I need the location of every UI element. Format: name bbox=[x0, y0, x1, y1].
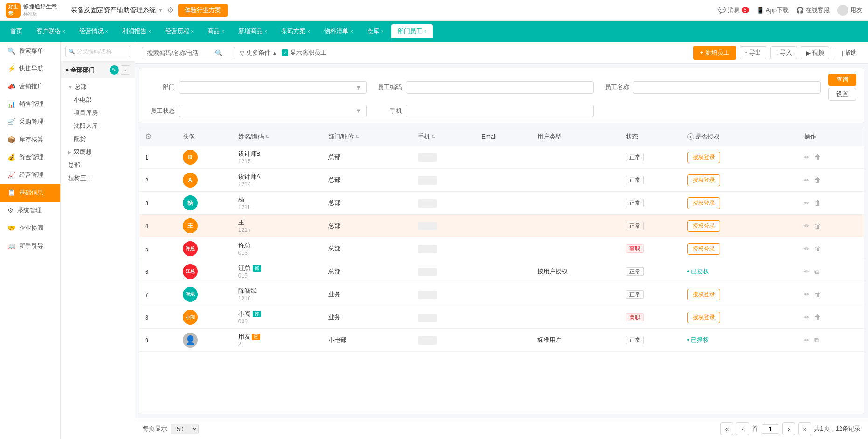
delete-icon[interactable]: 🗑 bbox=[814, 153, 821, 161]
dept-all-header[interactable]: ● 全部部门 ✎ « bbox=[61, 62, 135, 78]
dept-node-shuangyingxiang[interactable]: ▶ 双鹰想 bbox=[61, 146, 135, 159]
delete-icon[interactable]: 🗑 bbox=[814, 176, 821, 184]
edit-icon[interactable]: ✏ bbox=[804, 268, 810, 275]
edit-icon[interactable]: ✏ bbox=[804, 314, 810, 321]
sidebar-item-search[interactable]: 🔍 搜索菜单 bbox=[0, 42, 60, 60]
auth-button[interactable]: 授权登录 bbox=[687, 220, 720, 232]
delete-icon[interactable]: 🗑 bbox=[814, 291, 821, 298]
th-name-code[interactable]: 姓名/编码 ⇅ bbox=[233, 127, 323, 146]
emp-code-input[interactable] bbox=[406, 81, 594, 94]
close-icon[interactable]: × bbox=[191, 29, 194, 34]
edit-icon[interactable]: ✏ bbox=[804, 222, 810, 230]
trial-button[interactable]: 体验行业方案 bbox=[178, 4, 228, 17]
close-icon[interactable]: × bbox=[350, 29, 353, 34]
edit-icon[interactable]: ✏ bbox=[804, 245, 810, 252]
sort-dept-icon[interactable]: 部门/职位 ⇅ bbox=[328, 132, 407, 141]
edit-icon[interactable]: ✏ bbox=[804, 336, 810, 344]
online-service-btn[interactable]: 🎧 在线客服 bbox=[796, 6, 830, 14]
app-download-btn[interactable]: 📱 App下载 bbox=[757, 6, 789, 14]
sidebar-item-basic-info[interactable]: 📋 基础信息 bbox=[0, 184, 60, 202]
prev-page-btn[interactable]: ‹ bbox=[736, 422, 749, 435]
dept-node-small-electric[interactable]: 小电部 bbox=[61, 93, 135, 106]
emp-status-select[interactable]: ▼ bbox=[179, 105, 367, 117]
sidebar-item-quicknav[interactable]: ⚡ 快捷导航 bbox=[0, 60, 60, 77]
query-button[interactable]: 查询 bbox=[828, 74, 856, 86]
show-resign-toggle[interactable]: ✓ 显示离职员工 bbox=[282, 49, 326, 57]
auth-button[interactable]: 授权登录 bbox=[687, 174, 720, 186]
nav-tab-warehouse[interactable]: 仓库 × bbox=[361, 24, 390, 38]
sidebar-item-system[interactable]: ⚙ 系统管理 bbox=[0, 202, 60, 219]
auth-button[interactable]: 授权登录 bbox=[687, 289, 720, 300]
nav-tab-barcode[interactable]: 条码方案 × bbox=[275, 24, 317, 38]
dropdown-arrow-icon[interactable]: ▼ bbox=[158, 7, 163, 14]
nav-tab-customer[interactable]: 客户联络 × bbox=[30, 24, 72, 38]
nav-tab-goods[interactable]: 商品 × bbox=[201, 24, 231, 38]
close-icon[interactable]: × bbox=[424, 29, 427, 34]
phone-text-input[interactable] bbox=[411, 107, 589, 114]
dept-node-zhishu[interactable]: 植树王二 bbox=[61, 172, 135, 185]
emp-name-text-input[interactable] bbox=[638, 84, 816, 91]
view-btn[interactable]: ▶ 视频 bbox=[801, 46, 829, 59]
nav-tab-home[interactable]: 首页 bbox=[4, 24, 29, 38]
nav-tab-operation[interactable]: 经营情况 × bbox=[73, 24, 115, 38]
close-icon[interactable]: × bbox=[148, 29, 151, 34]
message-btn[interactable]: 💬 消息 5 bbox=[718, 6, 749, 14]
auth-button[interactable]: 授权登录 bbox=[687, 312, 720, 323]
close-icon[interactable]: × bbox=[62, 29, 65, 34]
sidebar-item-business[interactable]: 📈 经营管理 bbox=[0, 166, 60, 184]
dept-add-btn[interactable]: ✎ bbox=[110, 65, 119, 75]
edit-icon[interactable]: ✏ bbox=[804, 153, 810, 161]
auth-button[interactable]: 授权登录 bbox=[687, 243, 720, 255]
nav-tab-add-goods[interactable]: 新增商品 × bbox=[232, 24, 274, 38]
auth-button[interactable]: 授权登录 bbox=[687, 197, 720, 209]
user-btn[interactable]: 用友 bbox=[837, 5, 862, 16]
dept-node-distribution[interactable]: 配货 bbox=[61, 132, 135, 146]
dept-node-headquarters[interactable]: ▼ 总部 bbox=[61, 80, 135, 93]
emp-name-input[interactable] bbox=[633, 81, 821, 94]
help-btn[interactable]: | 帮助 bbox=[837, 47, 861, 59]
close-icon[interactable]: × bbox=[381, 29, 384, 34]
last-page-btn[interactable]: » bbox=[798, 422, 811, 435]
dept-select[interactable]: ▼ bbox=[179, 81, 367, 94]
more-filter-btn[interactable]: ▽ 更多条件 ▲ bbox=[240, 49, 277, 57]
dept-collapse-btn[interactable]: « bbox=[121, 65, 130, 75]
nav-tab-history[interactable]: 经营历程 × bbox=[159, 24, 201, 38]
auth-button[interactable]: 授权登录 bbox=[687, 152, 720, 163]
nav-tab-dept-staff[interactable]: 部门员工 × bbox=[391, 24, 433, 38]
th-dept-position[interactable]: 部门/职位 ⇅ bbox=[323, 127, 413, 146]
next-page-btn[interactable]: › bbox=[782, 422, 795, 435]
dept-node-shenyang[interactable]: 沈阳大库 bbox=[61, 119, 135, 132]
delete-icon[interactable]: 🗑 bbox=[814, 199, 821, 207]
add-employee-button[interactable]: + 新增员工 bbox=[693, 46, 736, 60]
copy-icon[interactable]: ⧉ bbox=[814, 336, 819, 344]
sidebar-item-sales[interactable]: 📊 销售管理 bbox=[0, 95, 60, 113]
th-phone[interactable]: 手机 ⇅ bbox=[412, 127, 476, 146]
dept-node-project-warehouse[interactable]: 项目库房 bbox=[61, 106, 135, 119]
sidebar-item-finance[interactable]: 💰 资金管理 bbox=[0, 148, 60, 166]
delete-icon[interactable]: 🗑 bbox=[814, 245, 821, 252]
first-page-btn[interactable]: « bbox=[720, 422, 733, 435]
delete-icon[interactable]: 🗑 bbox=[814, 314, 821, 321]
emp-code-text-input[interactable] bbox=[411, 84, 589, 91]
close-icon[interactable]: × bbox=[264, 29, 267, 34]
delete-icon[interactable]: 🗑 bbox=[814, 222, 821, 230]
search-box[interactable]: 🔍 bbox=[142, 47, 235, 59]
sidebar-item-collab[interactable]: 🤝 企业协同 bbox=[0, 219, 60, 237]
edit-icon[interactable]: ✏ bbox=[804, 199, 810, 207]
import-btn[interactable]: ↓ 导入 bbox=[770, 46, 797, 59]
gear-icon[interactable]: ⚙ bbox=[167, 6, 174, 14]
page-size-select[interactable]: 50 20 100 bbox=[171, 424, 199, 434]
th-settings[interactable]: ⚙ bbox=[139, 127, 177, 146]
reset-button[interactable]: 设置 bbox=[828, 88, 856, 101]
sidebar-item-purchase[interactable]: 🛒 采购管理 bbox=[0, 113, 60, 131]
settings-icon[interactable]: ⚙ bbox=[145, 132, 152, 140]
dept-search-box[interactable]: 🔍 分类编码/名称 bbox=[65, 46, 130, 57]
close-icon[interactable]: × bbox=[222, 29, 224, 34]
edit-icon[interactable]: ✏ bbox=[804, 291, 810, 298]
close-icon[interactable]: × bbox=[307, 29, 310, 34]
nav-tab-profit[interactable]: 利润报告 × bbox=[116, 24, 158, 38]
sidebar-item-marketing[interactable]: 📣 营销推广 bbox=[0, 77, 60, 95]
sort-phone-icon[interactable]: 手机 ⇅ bbox=[418, 132, 470, 141]
sidebar-item-inventory[interactable]: 📦 库存核算 bbox=[0, 131, 60, 148]
page-input[interactable] bbox=[761, 424, 779, 434]
